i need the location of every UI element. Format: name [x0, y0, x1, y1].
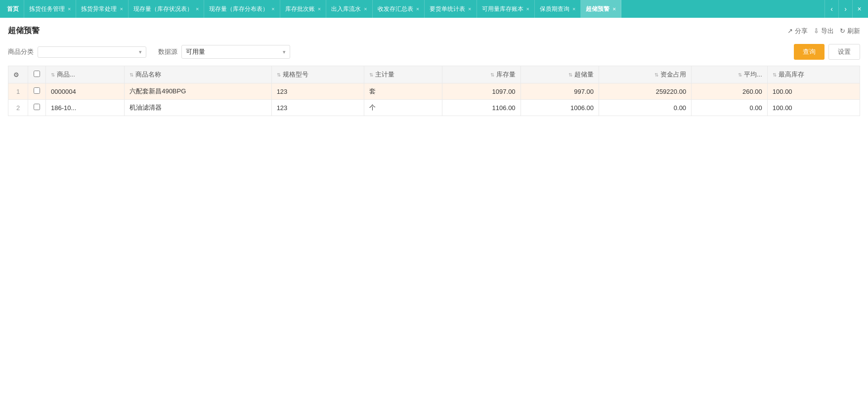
row-2-capital: 0.00: [599, 100, 692, 116]
nav-arrow-close[interactable]: ×: [852, 0, 866, 18]
table-row: 1 0000004 六配套新昌490BPG 123 套 1097.00 997.…: [8, 83, 860, 100]
table-body: 1 0000004 六配套新昌490BPG 123 套 1097.00 997.…: [8, 83, 860, 116]
th-stock[interactable]: ⇅库存量: [442, 66, 521, 83]
close-stock-status-icon[interactable]: ×: [196, 6, 199, 12]
export-button[interactable]: ⇩ 导出: [814, 27, 834, 36]
row-1-unit: 套: [364, 83, 442, 100]
th-code[interactable]: ⇅商品...: [46, 66, 125, 83]
settings-button[interactable]: 设置: [828, 44, 860, 60]
nav-tab-order-stats[interactable]: 要货单统计表 ×: [425, 0, 477, 18]
close-in-out-flow-icon[interactable]: ×: [364, 6, 367, 12]
th-name[interactable]: ⇅商品名称: [125, 66, 271, 83]
nav-tab-stock-status[interactable]: 现存量（库存状况表） ×: [129, 0, 204, 18]
category-filter: 商品分类 ▾: [8, 46, 146, 58]
filter-bar: 商品分类 ▾ 数据源 可用量 ▾ 查询 设置: [8, 44, 860, 60]
nav-tab-pick-exception[interactable]: 拣货异常处理 ×: [76, 0, 128, 18]
page-header: 超储预警 ↗ 分享 ⇩ 导出 ↻ 刷新: [8, 26, 860, 36]
datasource-label: 数据源: [158, 47, 177, 56]
nav-arrow-right[interactable]: ›: [838, 0, 852, 18]
nav-arrow-left[interactable]: ‹: [825, 0, 838, 18]
table-row: 2 186-10... 机油滤清器 123 个 1106.00 1006.00 …: [8, 100, 860, 116]
share-button[interactable]: ↗ 分享: [787, 27, 808, 36]
row-2-spec: 123: [271, 100, 364, 116]
th-capital[interactable]: ⇅资金占用: [599, 66, 692, 83]
th-checkbox: [28, 66, 46, 83]
nav-tab-in-out-flow[interactable]: 出入库流水 ×: [326, 0, 372, 18]
th-over[interactable]: ⇅超储量: [521, 66, 599, 83]
refresh-icon: ↻: [840, 27, 845, 35]
th-max[interactable]: ⇅最高库存: [767, 66, 860, 83]
row-1-over: 997.00: [521, 83, 599, 100]
header-actions: ↗ 分享 ⇩ 导出 ↻ 刷新: [787, 27, 860, 36]
row-1-spec: 123: [271, 83, 364, 100]
table-header-row: ⚙ ⇅商品... ⇅商品名称 ⇅规格型号 ⇅主计量 ⇅库存量 ⇅超储量 ⇅资金占…: [8, 66, 860, 83]
refresh-button[interactable]: ↻ 刷新: [840, 27, 860, 36]
datasource-filter: 数据源 可用量 ▾: [158, 45, 290, 59]
page-title: 超储预警: [8, 26, 40, 36]
export-icon: ⇩: [814, 27, 819, 35]
datasource-select-value: 可用量: [186, 47, 205, 56]
nav-tab-stock-dist[interactable]: 现存量（库存分布表） ×: [204, 0, 280, 18]
row-1-name: 六配套新昌490BPG: [125, 83, 271, 100]
top-nav: 首页 拣货任务管理 × 拣货异常处理 × 现存量（库存状况表） × 现存量（库存…: [0, 0, 868, 18]
close-avail-account-icon[interactable]: ×: [526, 6, 529, 12]
th-spec[interactable]: ⇅规格型号: [271, 66, 364, 83]
row-2-max: 100.00: [767, 100, 860, 116]
row-1-max: 100.00: [767, 83, 860, 100]
nav-tab-batch-account[interactable]: 库存批次账 ×: [280, 0, 326, 18]
datasource-chevron-icon: ▾: [283, 49, 286, 55]
row-2-unit: 个: [364, 100, 442, 116]
row-2-checkbox[interactable]: [34, 104, 40, 110]
close-pick-task-icon[interactable]: ×: [68, 6, 71, 12]
row-2-over: 1006.00: [521, 100, 599, 116]
row-1-num: 1: [8, 83, 28, 100]
row-2-name: 机油滤清器: [125, 100, 271, 116]
page-content: 超储预警 ↗ 分享 ⇩ 导出 ↻ 刷新 商品分类 ▾ 数据源: [0, 18, 868, 395]
category-label: 商品分类: [8, 47, 34, 56]
query-button[interactable]: 查询: [794, 44, 825, 60]
row-1-checkbox[interactable]: [34, 87, 40, 94]
th-avg[interactable]: ⇅平均...: [692, 66, 768, 83]
row-1-stock: 1097.00: [442, 83, 521, 100]
row-2-avg: 0.00: [692, 100, 768, 116]
row-1-checkbox-cell: [28, 83, 46, 100]
row-2-num: 2: [8, 100, 28, 116]
share-icon: ↗: [787, 27, 793, 35]
row-1-code: 0000004: [46, 83, 125, 100]
nav-tab-pick-task[interactable]: 拣货任务管理 ×: [24, 0, 76, 18]
row-1-avg: 260.00: [692, 83, 768, 100]
nav-tab-home[interactable]: 首页: [2, 0, 24, 18]
row-2-stock: 1106.00: [442, 100, 521, 116]
close-stock-dist-icon[interactable]: ×: [271, 6, 274, 12]
nav-tab-expiry-query[interactable]: 保质期查询 ×: [535, 0, 581, 18]
close-batch-account-icon[interactable]: ×: [318, 6, 321, 12]
close-over-stock-icon[interactable]: ×: [612, 6, 615, 12]
row-2-checkbox-cell: [28, 100, 46, 116]
nav-arrows: ‹ › ×: [825, 0, 866, 18]
category-chevron-icon: ▾: [139, 49, 142, 55]
data-table: ⚙ ⇅商品... ⇅商品名称 ⇅规格型号 ⇅主计量 ⇅库存量 ⇅超储量 ⇅资金占…: [8, 66, 860, 116]
close-pick-exception-icon[interactable]: ×: [120, 6, 123, 12]
row-2-code: 186-10...: [46, 100, 125, 116]
nav-tab-over-stock[interactable]: 超储预警 ×: [581, 0, 621, 18]
category-select[interactable]: ▾: [38, 46, 146, 58]
datasource-select[interactable]: 可用量 ▾: [181, 45, 290, 59]
filter-actions: 查询 设置: [794, 44, 860, 60]
close-expiry-query-icon[interactable]: ×: [572, 6, 575, 12]
row-1-capital: 259220.00: [599, 83, 692, 100]
table-head: ⚙ ⇅商品... ⇅商品名称 ⇅规格型号 ⇅主计量 ⇅库存量 ⇅超储量 ⇅资金占…: [8, 66, 860, 83]
close-order-stats-icon[interactable]: ×: [468, 6, 471, 12]
th-gear[interactable]: ⚙: [8, 66, 28, 83]
th-unit[interactable]: ⇅主计量: [364, 66, 442, 83]
nav-tab-recv-send[interactable]: 收发存汇总表 ×: [373, 0, 425, 18]
select-all-checkbox[interactable]: [34, 71, 40, 77]
close-recv-send-icon[interactable]: ×: [416, 6, 419, 12]
nav-tab-avail-account[interactable]: 可用量库存账本 ×: [477, 0, 535, 18]
